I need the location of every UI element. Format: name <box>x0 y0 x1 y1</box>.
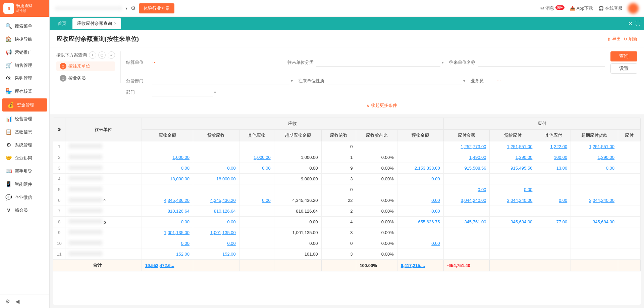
row-ap-amount[interactable] <box>443 174 490 184</box>
more-schema-btn[interactable]: « <box>108 51 115 59</box>
sidebar-item-finance[interactable]: 💰 资金管理 <box>2 98 47 112</box>
row-ap-amount[interactable]: 3,044,240.00 <box>443 195 490 206</box>
row-ap-overdue[interactable]: 1,251,551.00 <box>571 141 618 152</box>
row-ar-other[interactable] <box>239 249 274 260</box>
sidebar-item-wechat[interactable]: 💬 企业微信 <box>0 191 49 204</box>
sidebar-item-base[interactable]: 📋 基础信息 <box>0 125 49 138</box>
salesperson-dots[interactable]: ··· <box>497 78 501 84</box>
row-ap-loan[interactable]: 345,684.00 <box>490 217 536 227</box>
row-ap-overdue[interactable] <box>571 174 618 184</box>
chevron-down-icon[interactable]: ▾ <box>125 6 127 11</box>
row-ap-other[interactable]: 13.00 <box>536 163 571 174</box>
sidebar-item-inventory[interactable]: 🏪 库存核算 <box>0 85 49 98</box>
row-ar-other[interactable] <box>239 184 274 195</box>
row-ar-prepaid[interactable]: 2,153,333.00 <box>397 163 443 174</box>
category-arrow-icon[interactable]: ▾ <box>442 60 444 65</box>
sidebar-item-system[interactable]: ⚙ 系统管理 <box>0 138 49 151</box>
row-ar-other[interactable] <box>239 217 274 227</box>
row-ar-prepaid[interactable] <box>397 184 443 195</box>
row-ap-loan[interactable] <box>490 249 536 260</box>
row-ap-other[interactable] <box>536 238 571 249</box>
row-ar-amount[interactable]: 0.00 <box>142 163 193 174</box>
settlement-dots[interactable]: ··· <box>152 59 157 65</box>
row-ar-other[interactable] <box>239 227 274 238</box>
dept-manager-input[interactable] <box>152 77 289 85</box>
dept-manager-arrow-icon[interactable]: ▾ <box>291 79 293 83</box>
row-ar-loan[interactable]: 1,001,135.00 <box>193 227 239 238</box>
row-ar-amount[interactable]: 18,000.00 <box>142 174 193 184</box>
row-ar-loan[interactable]: 0.00 <box>193 238 239 249</box>
row-ap-amount[interactable]: 1,490.00 <box>443 152 490 163</box>
row-ap-amount[interactable]: 345,761.00 <box>443 217 490 227</box>
row-ap-loan[interactable]: 1,390.00 <box>490 152 536 163</box>
row-ar-prepaid[interactable]: 0.00 <box>397 206 443 217</box>
row-ar-prepaid[interactable]: 0.00 <box>397 174 443 184</box>
row-ap-loan[interactable] <box>490 238 536 249</box>
export-btn[interactable]: ⬆ 导出 <box>607 36 621 42</box>
row-ar-loan[interactable]: 0.00 <box>193 217 239 227</box>
row-ar-other[interactable] <box>239 238 274 249</box>
sidebar-item-sales[interactable]: 🛒 销售管理 <box>0 59 49 72</box>
row-ap-overdue[interactable] <box>571 227 618 238</box>
row-ar-loan[interactable]: 18,000.00 <box>193 174 239 184</box>
row-ap-amount[interactable] <box>443 249 490 260</box>
row-ap-other[interactable] <box>536 184 571 195</box>
sidebar-item-management[interactable]: 📊 经营管理 <box>0 112 49 125</box>
sidebar-item-enterprise[interactable]: 🤝 企业协同 <box>0 151 49 165</box>
row-ar-loan[interactable]: 0.00 <box>193 163 239 174</box>
row-ar-prepaid[interactable]: 0.00 <box>397 238 443 249</box>
row-ap-overdue[interactable] <box>571 249 618 260</box>
row-ar-other[interactable] <box>239 206 274 217</box>
row-ap-other[interactable]: 77.00 <box>536 217 571 227</box>
row-ar-prepaid[interactable] <box>397 249 443 260</box>
messages-btn[interactable]: ✉ 消息 99+ <box>540 5 565 11</box>
row-ar-amount[interactable] <box>142 141 193 152</box>
row-ap-loan[interactable]: 915,495.56 <box>490 163 536 174</box>
row-ap-amount[interactable]: 0.00 <box>443 184 490 195</box>
row-ar-prepaid[interactable] <box>397 227 443 238</box>
collapse-more-btn[interactable]: ∧ 收起更多条件 <box>126 100 637 110</box>
row-ap-amount[interactable] <box>443 227 490 238</box>
collapse-sidebar-icon[interactable]: ◀ <box>15 298 19 305</box>
row-ap-loan[interactable] <box>490 206 536 217</box>
footer-ar-prepaid[interactable]: 6,417,215.... <box>397 260 443 271</box>
settings-icon[interactable]: ⚙ <box>131 5 136 11</box>
close-window-icon[interactable]: ✕ <box>628 20 633 27</box>
row-ar-other[interactable]: 0.00 <box>239 163 274 174</box>
row-ar-amount[interactable]: 4,345,436.20 <box>142 195 193 206</box>
refresh-btn[interactable]: ↻ 刷新 <box>624 36 637 42</box>
row-ar-loan[interactable]: 152.00 <box>193 249 239 260</box>
row-ap-overdue[interactable] <box>571 206 618 217</box>
row-ap-other[interactable]: 0.00 <box>536 195 571 206</box>
row-ap-loan[interactable] <box>490 174 536 184</box>
row-ap-amount[interactable] <box>443 238 490 249</box>
row-ap-loan[interactable]: 3,044,240.00 <box>490 195 536 206</box>
row-ap-overdue[interactable]: 0.00 <box>571 163 618 174</box>
row-ap-amount[interactable] <box>443 206 490 217</box>
settings-button[interactable]: 设置 <box>610 63 637 74</box>
row-ap-other[interactable]: 1,222.00 <box>536 141 571 152</box>
row-ap-overdue[interactable] <box>571 238 618 249</box>
row-ap-other[interactable]: 100.00 <box>536 152 571 163</box>
row-ar-other[interactable] <box>239 174 274 184</box>
row-ar-other[interactable]: 1,000.00 <box>239 152 274 163</box>
row-ar-amount[interactable]: 152.00 <box>142 249 193 260</box>
app-download-btn[interactable]: 📥 App下载 <box>570 5 593 11</box>
service-btn[interactable]: 🎧 在线客服 <box>598 5 623 11</box>
row-ar-amount[interactable]: 0.00 <box>142 217 193 227</box>
sidebar-item-quicknav[interactable]: 🏠 快捷导航 <box>0 33 49 46</box>
add-schema-btn[interactable]: + <box>89 51 96 59</box>
footer-ar-amount[interactable]: 19,553,472,6... <box>142 260 193 271</box>
maximize-icon[interactable]: ⛶ <box>635 20 641 27</box>
row-ap-overdue[interactable]: 1,390.00 <box>571 152 618 163</box>
sidebar-item-marketing[interactable]: 📢 营销推广 <box>0 46 49 59</box>
sidebar-item-guide[interactable]: 📖 新手引导 <box>0 165 49 178</box>
row-ap-amount[interactable]: 1,252,773.00 <box>443 141 490 152</box>
row-ar-prepaid[interactable]: 655,636.75 <box>397 217 443 227</box>
row-ap-overdue[interactable]: 345,684.00 <box>571 217 618 227</box>
row-ar-prepaid[interactable] <box>397 152 443 163</box>
row-ap-loan[interactable] <box>490 227 536 238</box>
query-button[interactable]: 查询 <box>610 51 637 61</box>
row-ar-loan[interactable] <box>193 141 239 152</box>
row-ap-loan[interactable]: 0.00 <box>490 184 536 195</box>
